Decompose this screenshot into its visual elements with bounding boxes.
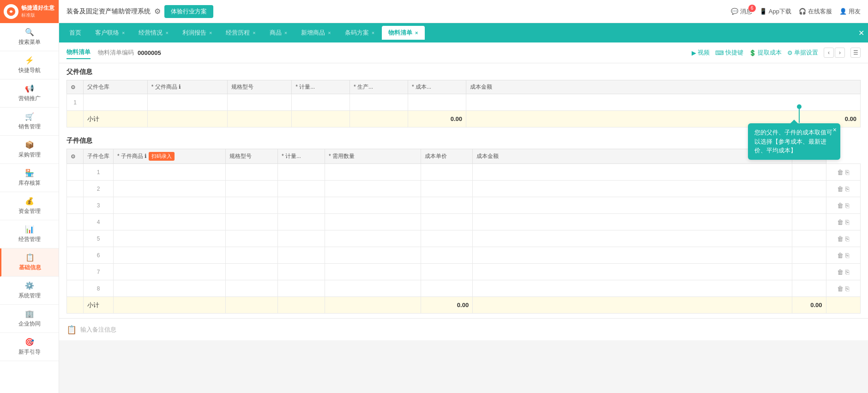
copy-icon-8[interactable]: ⎘ bbox=[845, 285, 849, 292]
child-row-5-quantity[interactable] bbox=[421, 230, 472, 247]
child-row-1-unit[interactable] bbox=[325, 164, 421, 181]
tab-close-icon[interactable]: × bbox=[122, 30, 125, 36]
nav-tab-home[interactable]: 首页 bbox=[63, 26, 88, 40]
child-row-2-spec[interactable] bbox=[277, 181, 325, 197]
tab-close-icon[interactable]: × bbox=[253, 30, 255, 36]
child-row-4-amount[interactable] bbox=[792, 214, 826, 230]
child-row-6-spec[interactable] bbox=[277, 247, 325, 264]
child-row-3-amount[interactable] bbox=[792, 197, 826, 214]
tab-close-icon[interactable]: × bbox=[165, 30, 168, 36]
child-row-5-amount[interactable] bbox=[792, 230, 826, 247]
tab-close-icon[interactable]: × bbox=[284, 30, 287, 36]
child-row-2-unit[interactable] bbox=[325, 181, 421, 197]
copy-icon-7[interactable]: ⎘ bbox=[845, 268, 849, 276]
child-row-5-spec[interactable] bbox=[277, 230, 325, 247]
sidebar-item-basic[interactable]: 📋基础信息 bbox=[0, 248, 59, 277]
delete-icon-4[interactable]: 🗑 bbox=[837, 218, 844, 226]
sidebar-item-marketing[interactable]: 📢营销推广 bbox=[0, 79, 59, 108]
child-row-8-amount[interactable] bbox=[792, 280, 826, 297]
copy-icon-3[interactable]: ⎘ bbox=[845, 202, 849, 209]
tooltip-close-icon[interactable]: × bbox=[833, 125, 837, 135]
parent-row-1-unit[interactable] bbox=[292, 94, 350, 111]
child-row-7-spec[interactable] bbox=[277, 264, 325, 280]
child-row-1-spec[interactable] bbox=[277, 164, 325, 181]
copy-icon-5[interactable]: ⎘ bbox=[845, 235, 849, 242]
sidebar-item-finance[interactable]: 💰资金管理 bbox=[0, 192, 59, 220]
tab-close-icon[interactable]: × bbox=[372, 30, 374, 36]
child-row-1-amount[interactable] bbox=[792, 164, 826, 181]
copy-icon-4[interactable]: ⎘ bbox=[845, 218, 849, 226]
child-row-1-warehouse[interactable] bbox=[114, 164, 226, 181]
copy-icon-2[interactable]: ⎘ bbox=[845, 185, 849, 193]
online-service-button[interactable]: 🎧 在线客服 bbox=[799, 7, 832, 16]
child-row-7-amount[interactable] bbox=[792, 264, 826, 280]
sidebar-item-enterprise[interactable]: 🏢企业协同 bbox=[0, 305, 59, 333]
child-row-2-warehouse[interactable] bbox=[114, 181, 226, 197]
child-row-7-warehouse[interactable] bbox=[114, 264, 226, 280]
sidebar-item-search[interactable]: 🔍搜索菜单 bbox=[0, 23, 59, 51]
child-row-8-spec[interactable] bbox=[277, 280, 325, 297]
child-row-6-quantity[interactable] bbox=[421, 247, 472, 264]
delete-icon-7[interactable]: 🗑 bbox=[837, 268, 844, 276]
sidebar-item-inventory[interactable]: 🏪库存核算 bbox=[0, 164, 59, 192]
child-row-2-unit-cost[interactable] bbox=[473, 181, 792, 197]
app-download-button[interactable]: 📱 App下载 bbox=[760, 7, 791, 16]
settings-icon[interactable]: ⚙ bbox=[154, 7, 161, 16]
nav-tab-goods[interactable]: 商品× bbox=[263, 26, 294, 40]
scan-badge[interactable]: 扫码录入 bbox=[149, 152, 175, 161]
user-menu[interactable]: 👤 用友 bbox=[839, 7, 861, 16]
bottom-hint[interactable]: 输入备注信息 bbox=[80, 326, 116, 334]
sidebar-item-sales[interactable]: 🛒销售管理 bbox=[0, 108, 59, 136]
sidebar-item-operation[interactable]: 📊经营管理 bbox=[0, 220, 59, 248]
nav-tab-barcode[interactable]: 条码方案× bbox=[338, 26, 381, 40]
child-row-6-unit-cost[interactable] bbox=[473, 247, 792, 264]
shortcut-action[interactable]: ⌨ 快捷键 bbox=[715, 48, 743, 57]
parent-row-1-amount[interactable] bbox=[466, 94, 861, 111]
child-row-1-unit-cost[interactable] bbox=[473, 164, 792, 181]
child-row-8-unit[interactable] bbox=[325, 280, 421, 297]
child-row-6-goods[interactable] bbox=[226, 247, 277, 264]
child-row-4-unit-cost[interactable] bbox=[473, 214, 792, 230]
delete-icon-2[interactable]: 🗑 bbox=[837, 185, 844, 193]
child-row-3-spec[interactable] bbox=[277, 197, 325, 214]
prev-arrow[interactable]: ‹ bbox=[824, 48, 834, 58]
child-row-2-amount[interactable] bbox=[792, 181, 826, 197]
child-row-3-unit-cost[interactable] bbox=[473, 197, 792, 214]
tab-close-icon[interactable]: × bbox=[415, 30, 418, 36]
child-row-6-unit[interactable] bbox=[325, 247, 421, 264]
nav-tab-customers[interactable]: 客户联络× bbox=[89, 26, 131, 40]
child-row-3-quantity[interactable] bbox=[421, 197, 472, 214]
child-row-2-quantity[interactable] bbox=[421, 181, 472, 197]
child-row-8-warehouse[interactable] bbox=[114, 280, 226, 297]
child-row-3-goods[interactable] bbox=[226, 197, 277, 214]
child-row-4-quantity[interactable] bbox=[421, 214, 472, 230]
child-row-4-unit[interactable] bbox=[325, 214, 421, 230]
parent-row-1-cost[interactable] bbox=[408, 94, 466, 111]
child-row-7-unit-cost[interactable] bbox=[473, 264, 792, 280]
nav-tab-add-goods[interactable]: 新增商品× bbox=[295, 26, 337, 40]
child-row-5-unit[interactable] bbox=[325, 230, 421, 247]
parent-row-1-produce[interactable] bbox=[350, 94, 408, 111]
message-button[interactable]: 💬 消息 6 bbox=[731, 7, 752, 16]
cost-action[interactable]: 💲 提取成本 bbox=[749, 48, 782, 57]
child-row-8-goods[interactable] bbox=[226, 280, 277, 297]
child-row-3-warehouse[interactable] bbox=[114, 197, 226, 214]
sidebar-item-purchase[interactable]: 📦采购管理 bbox=[0, 136, 59, 164]
next-arrow[interactable]: › bbox=[835, 48, 845, 58]
child-row-1-quantity[interactable] bbox=[421, 164, 472, 181]
child-row-4-goods[interactable] bbox=[226, 214, 277, 230]
tab-close-icon[interactable]: × bbox=[328, 30, 331, 36]
tab-close-icon[interactable]: × bbox=[209, 30, 212, 36]
child-row-6-amount[interactable] bbox=[792, 247, 826, 264]
nav-tab-history[interactable]: 经营历程× bbox=[219, 26, 262, 40]
child-row-5-goods[interactable] bbox=[226, 230, 277, 247]
settings-action[interactable]: ⚙ 单据设置 bbox=[787, 48, 818, 57]
child-row-7-goods[interactable] bbox=[226, 264, 277, 280]
nav-tab-operations[interactable]: 经营情况× bbox=[132, 26, 175, 40]
child-row-5-unit-cost[interactable] bbox=[473, 230, 792, 247]
delete-icon-5[interactable]: 🗑 bbox=[837, 235, 844, 242]
child-row-4-spec[interactable] bbox=[277, 214, 325, 230]
child-row-8-quantity[interactable] bbox=[421, 280, 472, 297]
child-row-4-warehouse[interactable] bbox=[114, 214, 226, 230]
delete-icon-8[interactable]: 🗑 bbox=[837, 285, 844, 292]
